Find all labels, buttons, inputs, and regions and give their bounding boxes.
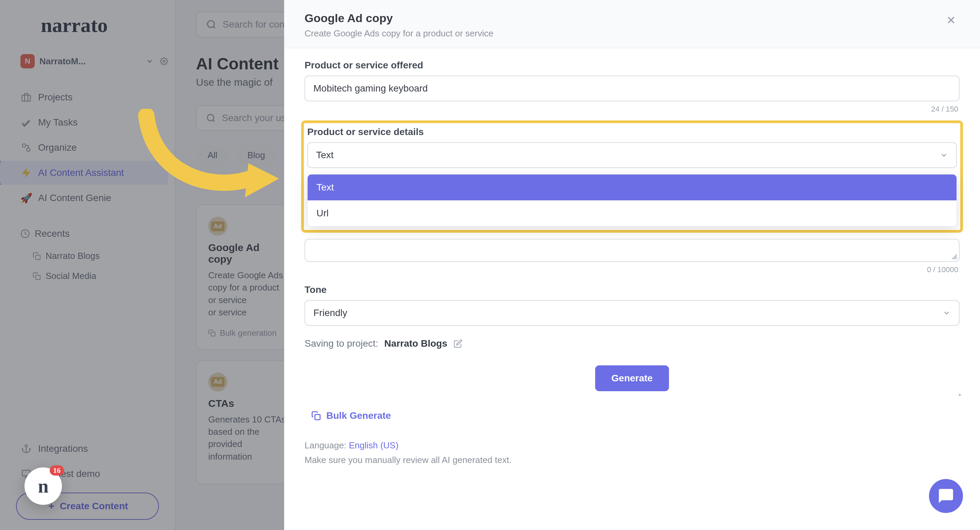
saving-project-row: Saving to project: Narrato Blogs (305, 338, 959, 349)
generate-button[interactable]: Generate (595, 365, 669, 391)
notification-badge: 16 (50, 465, 64, 476)
product-offered-label: Product or service offered (305, 60, 959, 71)
details-type-dropdown: Text Url (307, 174, 957, 227)
tone-select[interactable]: Friendly (305, 300, 959, 326)
product-details-textarea[interactable] (305, 239, 959, 262)
edit-icon[interactable] (453, 339, 463, 348)
copy-icon (311, 411, 321, 421)
modal-header: Google Ad copy Create Google Ads copy fo… (284, 0, 980, 48)
close-icon[interactable] (943, 11, 959, 29)
dropdown-option-url[interactable]: Url (308, 200, 956, 226)
annotation-arrow (133, 109, 282, 218)
modal-title: Google Ad copy (305, 11, 493, 25)
saving-label: Saving to project: (305, 338, 378, 349)
product-details-label: Product or service details (307, 127, 957, 137)
chevron-down-icon (943, 309, 951, 317)
bulk-generate-link[interactable]: Bulk Generate (311, 410, 959, 421)
modal-panel: Google Ad copy Create Google Ads copy fo… (284, 0, 980, 530)
details-type-select[interactable]: Text (307, 142, 957, 168)
chevron-down-icon (940, 151, 948, 159)
caret-right-icon[interactable]: ▸ (959, 391, 962, 398)
language-label: Language: (305, 440, 347, 451)
product-offered-counter: 24 / 150 (305, 105, 958, 114)
review-note: Make sure you manually review all AI gen… (305, 455, 959, 465)
language-link[interactable]: English (US) (349, 440, 398, 451)
tone-label: Tone (305, 284, 959, 295)
chat-fab[interactable] (929, 479, 963, 513)
assistant-bubble[interactable]: n 16 (24, 467, 62, 505)
product-details-counter: 0 / 10000 (305, 265, 958, 274)
svg-marker-23 (245, 163, 279, 197)
select-value: Friendly (313, 308, 347, 318)
modal-body: Product or service offered 24 / 150 Prod… (284, 48, 980, 477)
modal-subtitle: Create Google Ads copy for a product or … (305, 28, 493, 39)
bulk-generate-label: Bulk Generate (326, 410, 391, 421)
svg-rect-22 (315, 415, 320, 420)
select-value: Text (316, 150, 334, 160)
dropdown-option-text[interactable]: Text (308, 175, 956, 200)
saving-project-name: Narrato Blogs (384, 338, 447, 349)
product-offered-input[interactable] (305, 76, 959, 102)
language-row: Language: English (US) (305, 440, 959, 451)
highlighted-region: Product or service details Text Text Url (301, 121, 963, 233)
